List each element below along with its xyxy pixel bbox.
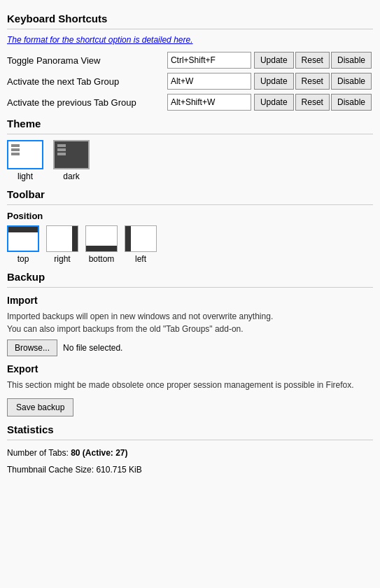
import-desc-line1: Imported backups will open in new window…	[7, 312, 273, 321]
shortcut-label-panorama: Toggle Panorama View	[7, 55, 167, 66]
shortcut-row-next-tab: Activate the next Tab Group Update Reset…	[7, 73, 373, 90]
cache-value: 610.715 KiB	[96, 465, 141, 475]
shortcut-reset-prev-tab[interactable]: Reset	[295, 94, 330, 111]
shortcut-input-next-tab[interactable]	[167, 73, 251, 90]
theme-preview-light	[7, 140, 43, 169]
position-option-bottom[interactable]: bottom	[85, 225, 118, 264]
export-title: Export	[7, 363, 373, 374]
toolbar-section: Toolbar Position top right bottom left	[7, 188, 373, 264]
browse-row: Browse... No file selected.	[7, 340, 373, 356]
statistics-title: Statistics	[7, 424, 373, 435]
statistics-divider	[7, 440, 373, 440]
shortcut-disable-panorama[interactable]: Disable	[331, 52, 372, 69]
tabs-label: Number of Tabs:	[7, 448, 69, 458]
position-label-bottom: bottom	[89, 254, 115, 264]
theme-divider	[7, 134, 373, 134]
theme-preview-dark	[53, 140, 90, 169]
position-option-top[interactable]: top	[7, 225, 39, 264]
keyboard-shortcuts-divider	[7, 29, 373, 29]
export-description: This section might be made obsolete once…	[7, 379, 373, 391]
tabs-value: 80 (Active: 27)	[71, 448, 127, 458]
position-preview-bottom	[85, 225, 118, 252]
position-preview-left	[125, 225, 157, 252]
shortcut-disable-prev-tab[interactable]: Disable	[331, 94, 372, 111]
position-options: top right bottom left	[7, 225, 373, 264]
position-label-top: top	[17, 254, 29, 264]
position-option-right[interactable]: right	[46, 225, 78, 264]
toolbar-divider	[7, 204, 373, 205]
theme-option-dark[interactable]: dark	[53, 140, 90, 181]
cache-label: Thumbnail Cache Size:	[7, 465, 94, 475]
save-backup-button[interactable]: Save backup	[7, 398, 73, 416]
position-label-left: left	[135, 254, 146, 264]
position-preview-top	[7, 225, 39, 252]
shortcuts-list: Toggle Panorama View Update Reset Disabl…	[7, 52, 373, 111]
import-title: Import	[7, 295, 373, 306]
shortcut-label-next-tab: Activate the next Tab Group	[7, 76, 167, 87]
theme-title: Theme	[7, 118, 373, 130]
no-file-text: No file selected.	[63, 343, 122, 353]
shortcut-update-prev-tab[interactable]: Update	[254, 94, 294, 111]
position-option-left[interactable]: left	[125, 225, 157, 264]
shortcut-row-panorama: Toggle Panorama View Update Reset Disabl…	[7, 52, 373, 69]
backup-title: Backup	[7, 271, 373, 283]
statistics-tabs: Number of Tabs: 80 (Active: 27)	[7, 446, 373, 460]
shortcut-row-prev-tab: Activate the previous Tab Group Update R…	[7, 94, 373, 111]
shortcut-update-next-tab[interactable]: Update	[254, 73, 294, 90]
shortcut-reset-panorama[interactable]: Reset	[295, 52, 330, 69]
toolbar-title: Toolbar	[7, 188, 373, 200]
shortcut-reset-next-tab[interactable]: Reset	[295, 73, 330, 90]
theme-option-light[interactable]: light	[7, 140, 43, 181]
position-preview-right	[46, 225, 78, 252]
shortcut-disable-next-tab[interactable]: Disable	[331, 73, 372, 90]
statistics-cache: Thumbnail Cache Size: 610.715 KiB	[7, 463, 373, 477]
shortcut-input-panorama[interactable]	[167, 52, 251, 69]
shortcut-update-panorama[interactable]: Update	[254, 52, 294, 69]
theme-label-dark: dark	[63, 172, 79, 181]
statistics-section: Statistics Number of Tabs: 80 (Active: 2…	[7, 424, 373, 477]
backup-section: Backup Import Imported backups will open…	[7, 271, 373, 416]
import-desc-line2: You can also import backups from the old…	[7, 324, 244, 334]
shortcut-input-prev-tab[interactable]	[167, 94, 251, 111]
backup-divider	[7, 287, 373, 288]
theme-options: light dark	[7, 140, 373, 181]
shortcut-label-prev-tab: Activate the previous Tab Group	[7, 97, 167, 108]
theme-label-light: light	[17, 172, 33, 181]
keyboard-shortcuts-title: Keyboard Shortcuts	[7, 13, 373, 24]
format-link[interactable]: The format for the shortcut option is de…	[7, 35, 373, 45]
theme-section: Theme light dark	[7, 118, 373, 181]
import-description: Imported backups will open in new window…	[7, 310, 373, 335]
toolbar-position-title: Position	[7, 211, 373, 221]
browse-button[interactable]: Browse...	[7, 340, 57, 356]
position-label-right: right	[54, 254, 70, 264]
